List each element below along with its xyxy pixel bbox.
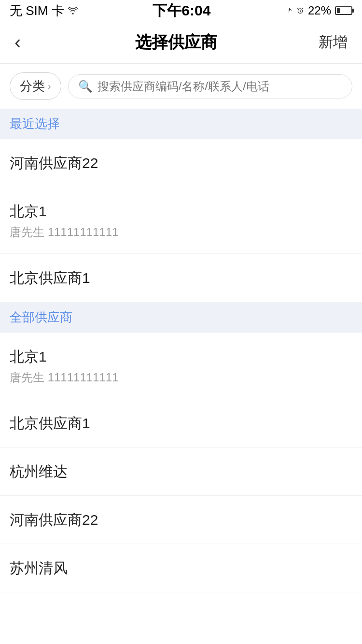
item-name: 北京1 xyxy=(10,202,352,222)
search-box[interactable]: 🔍 xyxy=(68,74,352,98)
battery-icon xyxy=(335,6,352,15)
item-sub: 唐先生 11111111111 xyxy=(10,224,352,240)
search-icon: 🔍 xyxy=(78,80,93,93)
list-item[interactable]: 河南供应商22 xyxy=(0,496,362,544)
all-section-header: 全部供应商 xyxy=(0,302,362,333)
location-icon xyxy=(286,7,292,14)
list-item[interactable]: 北京1 唐先生 11111111111 xyxy=(0,333,362,399)
list-item[interactable]: 杭州维达 xyxy=(0,448,362,496)
chevron-right-icon: › xyxy=(48,81,51,92)
list-item[interactable]: 河南供应商22 xyxy=(0,139,362,187)
item-name: 河南供应商22 xyxy=(10,510,352,530)
status-bar: 无 SIM 卡 下午6:04 22% xyxy=(0,0,362,21)
item-name: 北京1 xyxy=(10,347,352,367)
wifi-icon xyxy=(68,7,78,14)
status-time: 下午6:04 xyxy=(153,1,210,21)
item-name: 北京供应商1 xyxy=(10,268,352,288)
all-suppliers-list: 北京1 唐先生 11111111111 北京供应商1 杭州维达 河南供应商22 … xyxy=(0,333,362,592)
page-title: 选择供应商 xyxy=(135,31,217,54)
battery-percent: 22% xyxy=(308,4,331,17)
alarm-icon xyxy=(296,7,304,14)
list-item[interactable]: 北京1 唐先生 11111111111 xyxy=(0,187,362,254)
item-name: 苏州清风 xyxy=(10,559,352,578)
add-button[interactable]: 新增 xyxy=(309,32,348,52)
item-name: 北京供应商1 xyxy=(10,414,352,434)
status-left: 无 SIM 卡 xyxy=(10,2,78,19)
list-item[interactable]: 苏州清风 xyxy=(0,544,362,592)
search-input[interactable] xyxy=(97,80,342,93)
nav-bar: ‹ 选择供应商 新增 xyxy=(0,21,362,64)
item-name: 杭州维达 xyxy=(10,462,352,482)
filter-row: 分类 › 🔍 xyxy=(0,64,362,109)
status-right: 22% xyxy=(286,4,352,17)
list-item[interactable]: 北京供应商1 xyxy=(0,254,362,302)
back-button[interactable]: ‹ xyxy=(14,31,43,53)
category-label: 分类 xyxy=(20,78,45,95)
recent-section-header: 最近选择 xyxy=(0,109,362,139)
item-name: 河南供应商22 xyxy=(10,154,352,173)
no-sim-text: 无 SIM 卡 xyxy=(10,2,64,19)
category-button[interactable]: 分类 › xyxy=(10,72,61,100)
list-item[interactable]: 北京供应商1 xyxy=(0,399,362,448)
item-sub: 唐先生 11111111111 xyxy=(10,370,352,385)
recent-list: 河南供应商22 北京1 唐先生 11111111111 北京供应商1 xyxy=(0,139,362,302)
